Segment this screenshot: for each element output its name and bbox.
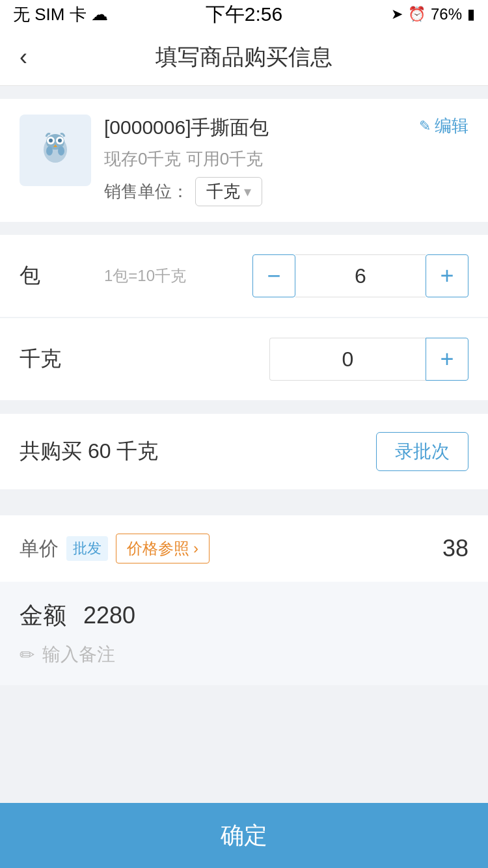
- price-section: 单价 批发 价格参照 › 38: [0, 515, 488, 582]
- amount-label: 金额: [20, 602, 66, 629]
- kg-label: 千克: [20, 345, 98, 373]
- unit-dropdown-icon: ▾: [244, 183, 251, 200]
- price-ref-button[interactable]: 价格参照 ›: [116, 534, 210, 563]
- edit-label: 编辑: [435, 115, 468, 137]
- bao-input-section: 包 1包=10千克 − +: [0, 235, 488, 318]
- svg-point-8: [58, 146, 64, 156]
- price-label-group: 单价 批发 价格参照 ›: [20, 534, 210, 563]
- note-row[interactable]: ✏ 输入备注: [20, 642, 468, 667]
- price-ref-arrow: ›: [193, 539, 198, 558]
- bao-value-input[interactable]: [295, 254, 426, 297]
- bao-label: 包: [20, 262, 98, 290]
- kg-input-controls: +: [269, 338, 468, 381]
- status-left: 无 SIM 卡 ☁: [13, 3, 108, 26]
- product-image: [20, 115, 91, 186]
- price-label: 单价: [20, 536, 59, 562]
- note-placeholder: 输入备注: [42, 642, 115, 667]
- status-right: ➤ ⏰ 76% ▮: [391, 5, 475, 23]
- pencil-icon: ✏: [20, 644, 34, 666]
- bao-hint: 1包=10千克: [104, 265, 252, 286]
- unit-value: 千克: [206, 180, 240, 203]
- status-time: 下午2:56: [206, 1, 282, 28]
- back-button[interactable]: ‹: [20, 44, 27, 71]
- separator-2: [0, 401, 488, 414]
- bao-plus-button[interactable]: +: [426, 254, 468, 297]
- bao-input-controls: − +: [252, 254, 468, 297]
- unit-select[interactable]: 千克 ▾: [195, 177, 262, 206]
- confirm-bar[interactable]: 确定: [0, 803, 488, 868]
- product-stock: 现存0千克 可用0千克: [104, 148, 468, 170]
- confirm-label: 确定: [221, 820, 267, 852]
- svg-point-5: [58, 139, 62, 142]
- nav-bar: ‹ 填写商品购买信息: [0, 29, 488, 86]
- svg-point-7: [46, 146, 53, 156]
- bao-input-row: 包 1包=10千克 − +: [0, 235, 488, 318]
- product-unit-row: 销售单位： 千克 ▾: [104, 177, 468, 206]
- separator-3: [0, 489, 488, 502]
- sim-status: 无 SIM 卡 ☁: [13, 3, 108, 26]
- alarm-icon: ⏰: [408, 6, 426, 23]
- total-row: 共购买 60 千克 录批次: [0, 414, 488, 489]
- product-card: [0000006]手撕面包 现存0千克 可用0千克 销售单位： 千克 ▾ ✎ 编…: [0, 99, 488, 222]
- content-spacer: [0, 685, 488, 815]
- product-info: [0000006]手撕面包 现存0千克 可用0千克 销售单位： 千克 ▾: [104, 115, 468, 206]
- kg-value-input[interactable]: [269, 338, 426, 381]
- batch-button[interactable]: 录批次: [376, 432, 468, 471]
- total-text: 共购买 60 千克: [20, 437, 158, 466]
- amount-section: 金额 2280 ✏ 输入备注: [0, 582, 488, 685]
- kg-plus-button[interactable]: +: [426, 338, 468, 381]
- kg-input-row: 千克 +: [0, 318, 488, 401]
- amount-row: 金额 2280: [20, 600, 468, 632]
- price-tag-batch: 批发: [66, 536, 108, 561]
- price-ref-label: 价格参照: [127, 538, 189, 559]
- price-value: 38: [442, 535, 468, 562]
- bao-minus-button[interactable]: −: [252, 254, 295, 297]
- edit-button[interactable]: ✎ 编辑: [419, 115, 468, 137]
- svg-point-4: [49, 139, 53, 142]
- unit-label: 销售单位：: [104, 180, 189, 203]
- status-bar: 无 SIM 卡 ☁ 下午2:56 ➤ ⏰ 76% ▮: [0, 0, 488, 29]
- battery-text: 76%: [431, 5, 462, 23]
- edit-icon: ✎: [419, 118, 431, 135]
- product-thumbnail: [36, 128, 75, 173]
- page-title: 填写商品购买信息: [156, 42, 332, 72]
- product-name: [0000006]手撕面包: [104, 115, 468, 141]
- location-icon: ➤: [391, 6, 403, 23]
- amount-value: 2280: [83, 602, 135, 629]
- battery-icon: ▮: [467, 6, 475, 23]
- kg-input-section: 千克 +: [0, 318, 488, 401]
- separator-1: [0, 222, 488, 235]
